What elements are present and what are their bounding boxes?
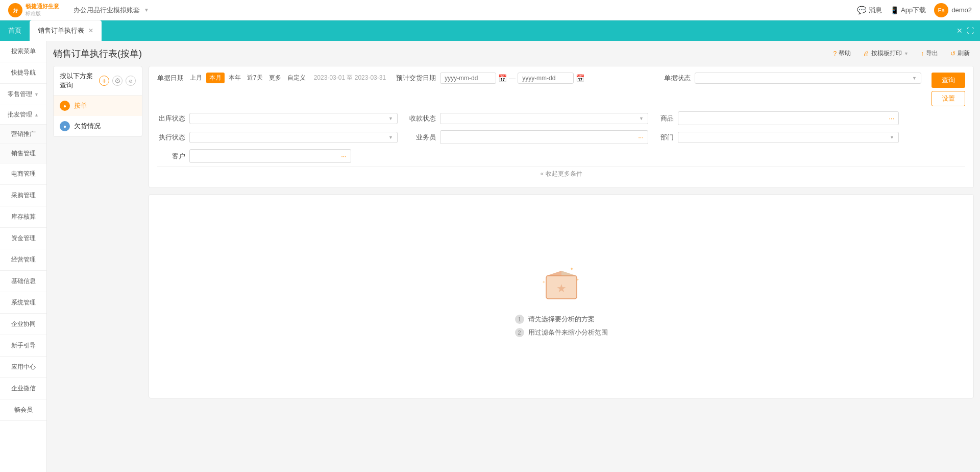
collapse-label: 收起更多条件 (546, 170, 582, 177)
delivery-date-end-calendar-icon[interactable]: 📅 (576, 74, 584, 82)
sidebar-item-marketing[interactable]: 营销推广 (0, 125, 46, 144)
filter-goods: 商品 ··· (658, 111, 899, 125)
sidebar-wholesale-mgmt-label: 批发管理 (8, 110, 32, 119)
tab-close-icon[interactable]: ✕ (88, 27, 93, 34)
out-status-select[interactable]: ▼ (189, 113, 398, 124)
filter-row-1: 单据日期 上月 本月 本年 近7天 更多 自定义 2023-03-01 至 20… (157, 73, 965, 106)
filter-customer: 客户 ··· (157, 149, 351, 163)
tab-maximize-icon[interactable]: ⛶ (967, 27, 974, 35)
refresh-btn[interactable]: ↺ 刷新 (946, 47, 974, 60)
empty-tips: 1 请先选择要分析的方案 2 用过滤条件来缩小分析范围 (515, 315, 608, 337)
sidebar-new-guide-label: 新手引导 (11, 342, 36, 349)
right-action-buttons: 查询 设置 (932, 73, 965, 106)
config-scheme-btn[interactable]: ⚙ (112, 76, 122, 86)
settings-button[interactable]: 设置 (932, 91, 965, 106)
header-right: 💬 消息 📱 App下载 Ea demo2 (857, 3, 972, 17)
dept-label: 部门 (658, 133, 674, 142)
collapse-bar[interactable]: « 收起更多条件 (157, 166, 965, 181)
customer-select[interactable]: ··· (189, 149, 351, 163)
sidebar-item-inventory[interactable]: 库存核算 (0, 206, 46, 228)
sidebar-item-enterprise-collab[interactable]: 企业协同 (0, 314, 46, 335)
sidebar-item-system-mgmt[interactable]: 系统管理 (0, 292, 46, 314)
sidebar-enterprise-collab-label: 企业协同 (11, 320, 36, 327)
top-header: 好 畅捷通好生意 标准版 办公用品行业模拟账套 ▼ 💬 消息 📱 App下载 E… (0, 0, 980, 20)
sidebar-item-basic-info[interactable]: 基础信息 (0, 271, 46, 292)
tab-close-window-icon[interactable]: ✕ (957, 27, 963, 35)
help-icon: ? (833, 50, 837, 57)
goods-select[interactable]: ··· (678, 111, 899, 125)
help-btn[interactable]: ? 帮助 (829, 47, 855, 60)
delivery-date-start-input[interactable] (440, 73, 496, 84)
search-button[interactable]: 查询 (932, 73, 965, 88)
sidebar-item-retail-mgmt[interactable]: 零售管理 ▼ (0, 84, 46, 105)
help-label: 帮助 (839, 49, 851, 58)
exec-status-select[interactable]: ▼ (189, 132, 398, 143)
receipt-status-arrow-icon: ▼ (639, 116, 644, 121)
collapse-icon: « (540, 170, 544, 177)
date-tab-custom[interactable]: 自定义 (285, 73, 308, 83)
sidebar-item-ecommerce[interactable]: 电商管理 (0, 163, 46, 185)
sidebar-item-quick-nav[interactable]: 快捷导航 (0, 62, 46, 84)
add-scheme-btn[interactable]: + (99, 76, 109, 86)
date-tab-more[interactable]: 更多 (267, 73, 283, 83)
svg-text:✦: ✦ (576, 278, 579, 281)
filter-salesperson: 业务员 ··· (408, 130, 648, 144)
sidebar-item-search-menu[interactable]: 搜索菜单 (0, 41, 46, 62)
scheme-press-item[interactable]: ● 按单 (54, 96, 142, 116)
sidebar-item-new-guide[interactable]: 新手引导 (0, 335, 46, 357)
date-tab-this-year[interactable]: 本年 (227, 73, 243, 83)
scheme-debt-item[interactable]: ● 欠货情况 (54, 116, 142, 136)
tab-sales-order[interactable]: 销售订单执行表 ✕ (30, 20, 102, 41)
sidebar-item-purchase[interactable]: 采购管理 (0, 185, 46, 206)
svg-text:✦: ✦ (570, 266, 574, 272)
user-area[interactable]: Ea demo2 (934, 3, 972, 17)
left-panel-actions: + ⚙ « (99, 76, 136, 86)
doc-status-select[interactable]: ▼ (695, 73, 921, 84)
dept-select[interactable]: ▼ (678, 132, 899, 143)
date-tab-last-7[interactable]: 近7天 (245, 73, 265, 83)
receipt-status-select[interactable]: ▼ (440, 113, 648, 124)
scheme-debt-label: 欠货情况 (74, 122, 101, 131)
date-tab-this-month[interactable]: 本月 (206, 73, 225, 83)
sidebar-item-member[interactable]: 畅会员 (0, 399, 46, 421)
date-tab-last-month[interactable]: 上月 (188, 73, 204, 83)
sidebar: 搜索菜单 快捷导航 零售管理 ▼ 批发管理 ▲ 营销推广 销售管理 电商 (0, 41, 47, 472)
tab-home[interactable]: 首页 (0, 20, 30, 41)
scheme-debt-icon: ● (60, 121, 70, 131)
app-download-btn[interactable]: 📱 App下载 (890, 6, 926, 15)
goods-dotdot-icon: ··· (889, 114, 894, 122)
main-content: 单据日期 上月 本月 本年 近7天 更多 自定义 2023-03-01 至 20… (149, 66, 974, 398)
filter-row-4: 客户 ··· (157, 149, 965, 163)
add-icon: + (102, 77, 106, 85)
message-label: 消息 (869, 6, 882, 15)
message-btn[interactable]: 💬 消息 (857, 6, 882, 15)
collapse-panel-btn[interactable]: « (126, 76, 136, 86)
delivery-date-start-calendar-icon[interactable]: 📅 (498, 74, 507, 82)
sidebar-quick-nav-label: 快捷导航 (11, 69, 36, 76)
filter-out-status: 出库状态 ▼ (157, 113, 398, 124)
template-print-btn[interactable]: 🖨 按模板打印 ▼ (859, 47, 913, 60)
sidebar-item-enterprise-wechat[interactable]: 企业微信 (0, 378, 46, 399)
sidebar-enterprise-wechat-label: 企业微信 (11, 385, 36, 392)
empty-tip-1: 1 请先选择要分析的方案 (515, 315, 608, 324)
empty-illustration: ★ ✦ ✦ ✦ (536, 255, 587, 306)
salesperson-label: 业务员 (408, 133, 436, 142)
out-status-label: 出库状态 (157, 114, 185, 123)
sidebar-item-sales-mgmt[interactable]: 销售管理 (0, 144, 46, 163)
export-btn[interactable]: ↑ 导出 (917, 47, 942, 60)
breadcrumb-arrow-icon[interactable]: ▼ (144, 7, 149, 13)
delivery-date-end-input[interactable] (518, 73, 574, 84)
sidebar-item-finance[interactable]: 资金管理 (0, 228, 46, 249)
sidebar-item-app-center[interactable]: 应用中心 (0, 357, 46, 378)
sidebar-marketing-label: 营销推广 (11, 130, 36, 137)
refresh-label: 刷新 (958, 49, 970, 58)
sidebar-item-operations[interactable]: 经营管理 (0, 249, 46, 271)
filter-receipt-status: 收款状态 ▼ (408, 113, 648, 124)
sidebar-section-wholesale: 批发管理 ▲ 营销推广 销售管理 (0, 105, 46, 163)
content-wrapper: 按以下方案查询 + ⚙ « ● (53, 66, 974, 398)
salesperson-dotdot-icon: ··· (638, 133, 644, 141)
salesperson-select[interactable]: ··· (440, 130, 648, 144)
sidebar-item-wholesale-mgmt[interactable]: 批发管理 ▲ (0, 105, 46, 125)
tab-sales-order-label: 销售订单执行表 (38, 26, 84, 35)
logo-text: 畅捷通好生意 标准版 (26, 3, 59, 17)
